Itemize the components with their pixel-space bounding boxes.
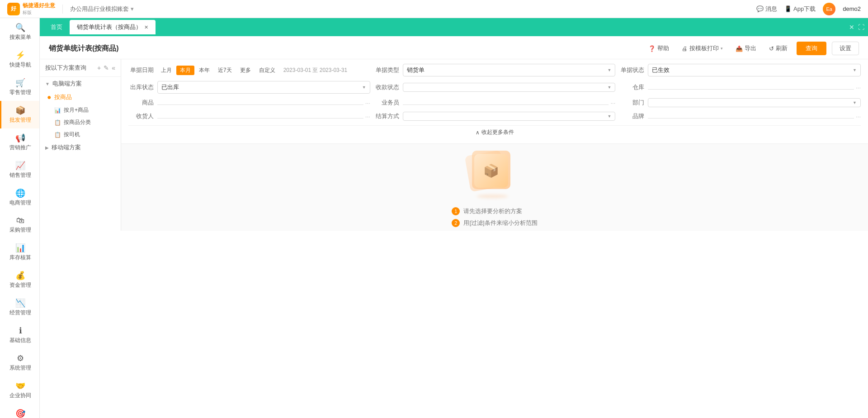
date-tab-more[interactable]: 更多 [236, 66, 255, 75]
brand-dots[interactable]: ··· [856, 113, 861, 120]
receipt-status-label: 收款状态 [374, 83, 403, 91]
box-front: 📦 [474, 154, 508, 188]
tab-close-button[interactable]: ✕ [144, 24, 148, 30]
sidebar-item-inventory[interactable]: 📊 库存核算 [0, 238, 39, 266]
query-button[interactable]: 查询 [797, 42, 826, 55]
tab-home[interactable]: 首页 [43, 20, 70, 34]
tab-home-label: 首页 [51, 23, 62, 31]
right-panel: 单据日期 上月 本月 本年 近7天 更多 自定义 [121, 59, 868, 231]
sidebar-item-business[interactable]: 📉 经营管理 [0, 294, 39, 321]
sidebar-item-finance[interactable]: 💰 资金管理 [0, 266, 39, 294]
filter-payment: 结算方式 ▼ [374, 112, 616, 121]
brand-input[interactable] [648, 114, 854, 119]
tree-expand-icon: ▼ [45, 81, 50, 86]
sidebar-item-nav[interactable]: ⚡ 快捷导航 [0, 46, 39, 73]
refresh-icon: ↺ [769, 45, 774, 52]
tree-item-by-goods[interactable]: ● 按商品 [40, 90, 121, 104]
date-range: 2023-03-01 至 2023-03-31 [283, 66, 347, 74]
department-control: ▼ [648, 98, 861, 107]
tree-section-desktop[interactable]: ▼ 电脑端方案 [40, 77, 121, 90]
sidebar-item-retail[interactable]: 🛒 零售管理 [0, 73, 39, 101]
sidebar-item-ecommerce[interactable]: 🌐 电商管理 [0, 184, 39, 211]
tab-sales-stat[interactable]: 销货单统计表（按商品） ✕ [70, 20, 156, 34]
left-panel-actions: + ✎ « [97, 64, 115, 71]
salesman-dots[interactable]: ··· [610, 100, 615, 106]
sidebar-item-sales[interactable]: 📈 销售管理 [0, 156, 39, 184]
breadcrumb: 办公用品行业模拟账套 ▾ [70, 5, 134, 13]
refresh-button[interactable]: ↺ 刷新 [765, 43, 791, 54]
date-tab-thisyear[interactable]: 本年 [195, 66, 213, 75]
doc-status-label: 单据状态 [619, 66, 648, 74]
edit-scheme-button[interactable]: ✎ [104, 64, 109, 71]
collapse-panel-button[interactable]: « [112, 64, 115, 71]
filter-goods: 商品 ··· [128, 99, 370, 107]
warehouse-input[interactable] [648, 86, 854, 90]
sidebar-item-marketing[interactable]: 📢 营销推广 [0, 128, 39, 156]
wholesale-icon: 📦 [3, 105, 38, 115]
sidebar-label: 库存核算 [3, 254, 38, 261]
doc-status-select[interactable]: 已生效 ▼ [648, 64, 861, 76]
maximize-icon[interactable]: ⛶ [858, 24, 864, 31]
close-tab-icon[interactable]: ✕ [849, 24, 854, 31]
department-select[interactable]: ▼ [648, 98, 861, 107]
sidebar-label: 企业协同 [3, 392, 38, 399]
out-status-select[interactable]: 已出库 ▼ [157, 81, 370, 94]
empty-illustration: 📦 [463, 144, 526, 198]
sidebar: 🔍 搜索菜单 ⚡ 快捷导航 🛒 零售管理 📦 批发管理 📢 营销推广 📈 销售管… [0, 18, 40, 418]
receipt-status-select[interactable]: ▼ [403, 83, 616, 92]
print-button[interactable]: 🖨 按模板打印 ▾ [678, 43, 726, 54]
collapse-row: ∧ 收起更多条件 [128, 125, 861, 139]
tree-item-by-month-goods[interactable]: 📊 按月+商品 [40, 104, 121, 116]
collapse-button[interactable]: ∧ 收起更多条件 [476, 128, 514, 136]
receipt-status-control: ▼ [403, 83, 616, 92]
print-dropdown-icon[interactable]: ▾ [721, 46, 723, 51]
sidebar-item-basic-info[interactable]: ℹ 基础信息 [0, 321, 39, 349]
sidebar-item-purchase[interactable]: 🛍 采购管理 [0, 211, 39, 238]
receiver-dots[interactable]: ··· [365, 113, 370, 120]
export-button[interactable]: 📤 导出 [732, 43, 760, 54]
message-button[interactable]: 💬 消息 [756, 5, 777, 13]
payment-select[interactable]: ▼ [403, 112, 616, 121]
dropdown-icon[interactable]: ▾ [131, 5, 134, 12]
help-button[interactable]: ❓ 帮助 [645, 43, 673, 54]
sidebar-item-system[interactable]: ⚙ 系统管理 [0, 349, 39, 376]
sidebar-label: 零售管理 [3, 89, 38, 96]
sidebar-label: 快捷导航 [3, 61, 38, 69]
salesman-input[interactable] [403, 101, 609, 105]
date-tab-lastmonth[interactable]: 上月 [157, 66, 175, 75]
add-scheme-button[interactable]: + [97, 64, 101, 71]
goods-input[interactable] [157, 101, 363, 105]
sidebar-item-enterprise[interactable]: 🤝 企业协同 [0, 376, 39, 404]
sidebar-item-search[interactable]: 🔍 搜索菜单 [0, 18, 39, 46]
receiver-input[interactable] [157, 114, 363, 119]
empty-state: 📦 1 请先选择要分析的方案 [452, 144, 537, 231]
sidebar-item-wholesale[interactable]: 📦 批发管理 [0, 101, 39, 128]
date-tab-7days[interactable]: 近7天 [214, 66, 236, 75]
goods-dots[interactable]: ··· [365, 100, 370, 106]
date-tab-custom[interactable]: 自定义 [255, 66, 279, 75]
app-download-button[interactable]: 📱 App下载 [784, 5, 816, 13]
username: demo2 [843, 5, 861, 12]
sales-icon: 📈 [3, 161, 38, 171]
filter-receiver: 收货人 ··· [128, 112, 370, 120]
avatar[interactable]: Ea [823, 3, 835, 15]
date-tab-thismonth[interactable]: 本月 [176, 66, 194, 75]
sidebar-label: 系统管理 [3, 364, 38, 372]
tree-sub-label: 按月+商品 [64, 106, 89, 114]
tree-item-label: 按商品 [54, 93, 72, 101]
app-name: 畅捷通好生意 [23, 2, 55, 10]
warehouse-label: 仓库 [619, 83, 648, 91]
settings-button[interactable]: 设置 [832, 42, 859, 55]
warehouse-dots[interactable]: ··· [856, 84, 861, 91]
filter-doc-type: 单据类型 销货单 ▼ [374, 64, 616, 76]
tree-item-by-category[interactable]: 📋 按商品分类 [40, 116, 121, 128]
tree-section-mobile[interactable]: ▶ 移动端方案 [40, 141, 121, 154]
tree-item-by-driver[interactable]: 📋 按司机 [40, 128, 121, 141]
doc-type-select[interactable]: 销货单 ▼ [403, 64, 616, 76]
topbar-left: 好 畅捷通好生意 标版 办公用品行业模拟账套 ▾ [7, 2, 134, 16]
bar-chart-icon: 📊 [54, 107, 61, 114]
doc-status-control: 已生效 ▼ [648, 64, 861, 76]
active-dot-icon: ● [47, 93, 52, 101]
help-icon: ❓ [648, 45, 656, 52]
sidebar-item-guide[interactable]: 🎯 新手引导 [0, 404, 39, 418]
